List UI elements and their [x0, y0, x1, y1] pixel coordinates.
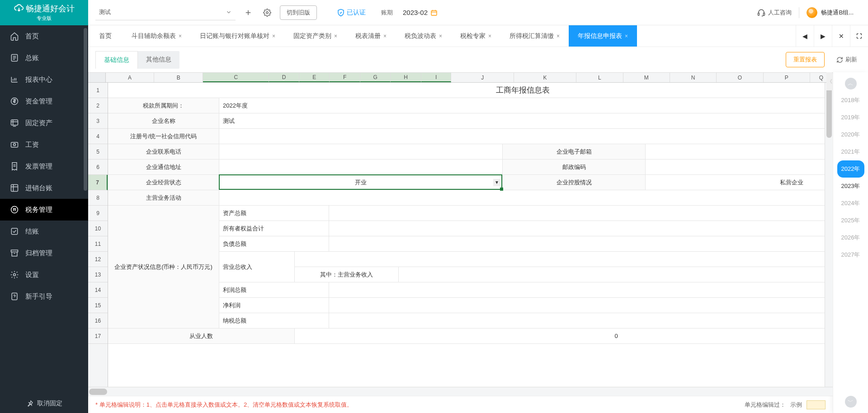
cell-r5-c2[interactable] [219, 144, 503, 160]
cell-r7-c11[interactable]: 私营企业 [646, 175, 833, 190]
year-2025年[interactable]: 2025年 [837, 212, 864, 229]
tab-close[interactable]: × [272, 33, 275, 39]
grid-cells[interactable]: 工商年报信息表税款所属期间：2022年度企业名称测试注册号/统一社会信用代码企业… [108, 83, 825, 387]
tab-close[interactable]: × [334, 33, 337, 39]
tab-close[interactable]: × [439, 33, 442, 39]
tab-home[interactable]: 首页 [88, 25, 123, 47]
col-header-F[interactable]: F [330, 73, 360, 82]
tab-4[interactable]: 税负波动表 × [396, 25, 451, 47]
sidebar-item-invoice[interactable]: 发票管理 [0, 155, 88, 177]
cell-r8-c2[interactable] [219, 190, 833, 206]
cell-r7-c9[interactable]: 企业控股情况 [503, 175, 646, 190]
sidebar-item-asset[interactable]: 固定资产 [0, 112, 88, 134]
cell-r9-c2[interactable]: 资产总额 [219, 206, 329, 221]
row-header-12[interactable]: 12 [88, 252, 108, 267]
user-menu[interactable]: 畅捷通B组... [807, 7, 854, 18]
col-header-D[interactable]: D [269, 73, 299, 82]
sidebar-item-tax[interactable]: 税务管理 [0, 199, 88, 221]
col-header-L[interactable]: L [576, 73, 623, 82]
tab-close[interactable]: × [557, 33, 560, 39]
tab-2[interactable]: 固定资产类别 × [284, 25, 346, 47]
tab-close[interactable]: × [488, 33, 491, 39]
col-header-K[interactable]: K [514, 73, 576, 82]
sidebar-scrollbar[interactable] [84, 25, 87, 413]
tab-close-all[interactable]: ✕ [832, 25, 850, 47]
tab-5[interactable]: 税检专家 × [451, 25, 500, 47]
column-headers[interactable]: ABCDEFGHIJKLMNOPQ [88, 73, 833, 83]
row-header-16[interactable]: 16 [88, 313, 108, 329]
cell-r6-c11[interactable] [646, 160, 833, 175]
sidebar-item-stock[interactable]: 进销台账 [0, 177, 88, 199]
cell-r13-c3[interactable]: 其中：主营业务收入 [295, 267, 399, 282]
year-panel-toggle[interactable]: 《 [826, 72, 833, 90]
row-header-10[interactable]: 10 [88, 221, 108, 236]
col-header-G[interactable]: G [360, 73, 391, 82]
cell-r4-c0[interactable]: 注册号/统一社会信用代码 [108, 129, 219, 144]
tab-scroll-right[interactable]: ▶ [814, 25, 832, 47]
col-header-A[interactable]: A [106, 73, 155, 82]
tab-1[interactable]: 日记账与银行对账单核对 × [191, 25, 284, 47]
cell-r16-c4[interactable] [329, 313, 833, 329]
period-picker[interactable]: 2023-02 [403, 9, 438, 16]
settings-button[interactable] [261, 6, 274, 19]
cell-r7-c2[interactable]: 开业▼ [219, 175, 503, 190]
sidebar-item-home[interactable]: 首页 [0, 25, 88, 47]
switch-old-button[interactable]: 切到旧版 [280, 5, 317, 20]
year-2018年[interactable]: 2018年 [837, 92, 864, 109]
year-2022年[interactable]: 2022年 [837, 160, 864, 178]
col-header-P[interactable]: P [764, 73, 810, 82]
row-header-8[interactable]: 8 [88, 190, 108, 206]
cell-r6-c0[interactable]: 企业通信地址 [108, 160, 219, 175]
row-header-17[interactable]: 17 [88, 329, 108, 344]
year-2023年[interactable]: 2023年 [837, 178, 864, 195]
sub-tab-1[interactable]: 其他信息 [138, 51, 179, 69]
cell-r17-c3[interactable]: 0 [295, 329, 833, 344]
vertical-scrollbar[interactable] [825, 83, 833, 387]
cell-r6-c9[interactable]: 邮政编码 [503, 160, 646, 175]
fullscreen-button[interactable] [850, 25, 868, 47]
sub-tab-0[interactable]: 基础信息 [95, 51, 138, 69]
col-header-H[interactable]: H [391, 73, 421, 82]
year-down[interactable]: ﹀ [845, 396, 857, 408]
year-2026年[interactable]: 2026年 [837, 229, 864, 246]
cell-r13-c6[interactable] [399, 267, 833, 282]
col-header-O[interactable]: O [717, 73, 763, 82]
year-2027年[interactable]: 2027年 [837, 246, 864, 263]
cell-r12-c3[interactable] [295, 252, 833, 267]
tab-3[interactable]: 税表清册 × [346, 25, 396, 47]
cell-r15-c4[interactable] [329, 298, 833, 313]
tab-6[interactable]: 所得税汇算清缴 × [500, 25, 569, 47]
cell-r2-c2[interactable]: 2022年度 [219, 98, 833, 113]
tab-close[interactable]: × [179, 33, 182, 39]
year-2021年[interactable]: 2021年 [837, 143, 864, 160]
col-header-M[interactable]: M [623, 73, 670, 82]
add-button[interactable] [242, 6, 255, 19]
cell-r8-c0[interactable]: 主营业务活动 [108, 190, 219, 206]
row-header-13[interactable]: 13 [88, 267, 108, 282]
cell-r14-c2[interactable]: 利润总额 [219, 282, 329, 298]
row-header-5[interactable]: 5 [88, 144, 108, 160]
tab-close[interactable]: × [383, 33, 387, 39]
cell-r1-c0[interactable]: 工商年报信息表 [108, 83, 833, 98]
row-header-7[interactable]: 7 [88, 175, 108, 190]
cell-r10-c2[interactable]: 所有者权益合计 [219, 221, 329, 236]
col-header-C[interactable]: C [203, 73, 269, 82]
cell-r3-c0[interactable]: 企业名称 [108, 113, 219, 129]
col-header-N[interactable]: N [670, 73, 717, 82]
row-header-9[interactable]: 9 [88, 206, 108, 221]
cell-r5-c9[interactable]: 企业电子邮箱 [503, 144, 646, 160]
col-header-J[interactable]: J [451, 73, 514, 82]
sidebar-item-guide[interactable]: 新手引导 [0, 286, 88, 307]
row-headers[interactable]: 1234567891011121314151617 [88, 83, 108, 387]
cell-r12-c2[interactable]: 营业总收入 [219, 252, 295, 282]
unpin-button[interactable]: 取消固定 [0, 394, 88, 413]
cell-r16-c2[interactable]: 纳税总额 [219, 313, 329, 329]
reset-button[interactable]: 重置报表 [786, 52, 825, 67]
tab-scroll-left[interactable]: ◀ [796, 25, 814, 47]
dropdown-arrow-icon[interactable]: ▼ [493, 179, 500, 186]
col-header-E[interactable]: E [299, 73, 330, 82]
cell-r17-c0[interactable]: 从业人数 [108, 329, 295, 344]
row-header-11[interactable]: 11 [88, 236, 108, 252]
cell-r9-c4[interactable] [329, 206, 833, 221]
row-header-14[interactable]: 14 [88, 282, 108, 298]
